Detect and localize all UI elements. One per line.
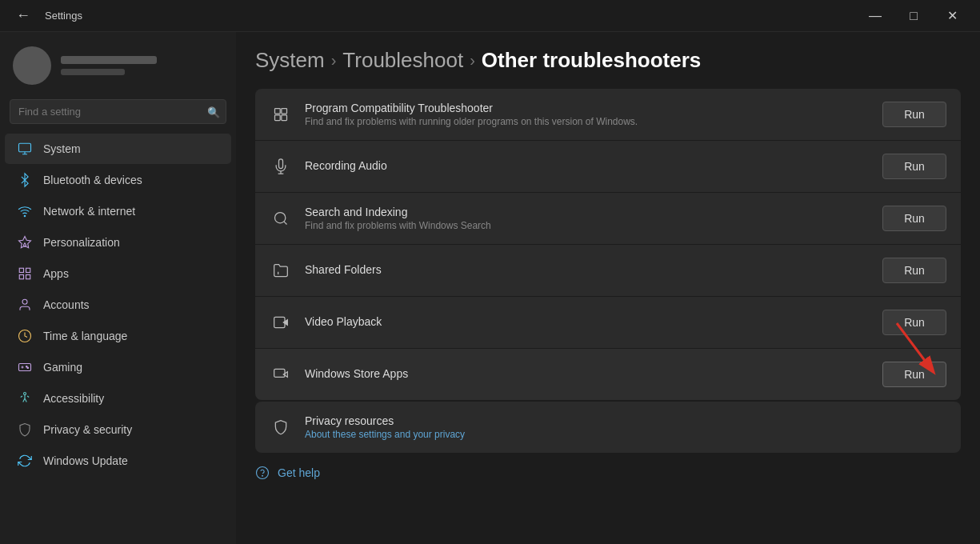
item-title-shared-folders: Shared Folders	[305, 263, 870, 276]
search-icon: 🔍	[207, 106, 220, 118]
search-box: 🔍	[10, 99, 226, 124]
video-icon	[270, 311, 292, 334]
content-inner: Program Compatibility Troubleshooter Fin…	[255, 89, 961, 480]
refresh-icon	[18, 454, 32, 468]
sidebar-label-bluetooth: Bluetooth & devices	[43, 174, 142, 186]
sidebar-label-time: Time & language	[43, 330, 127, 342]
item-title-privacy-resources: Privacy resources	[305, 414, 946, 427]
app-container: 🔍 System Bluetooth & devices Network & i…	[0, 32, 980, 544]
breadcrumb: System › Troubleshoot › Other troublesho…	[255, 32, 961, 89]
svg-rect-12	[275, 109, 281, 114]
sidebar-item-windowsupdate[interactable]: Windows Update	[5, 446, 231, 476]
mic-icon	[270, 155, 292, 178]
avatar	[13, 46, 51, 85]
run-button-windows-store[interactable]: Run	[882, 362, 946, 387]
run-button-video-playback[interactable]: Run	[882, 310, 946, 335]
maximize-button[interactable]: □	[895, 3, 932, 29]
help-icon	[255, 466, 270, 480]
get-help[interactable]: Get help	[255, 466, 961, 480]
sidebar-item-gaming[interactable]: Gaming	[5, 352, 231, 382]
breadcrumb-troubleshoot[interactable]: Troubleshoot	[342, 48, 463, 73]
sidebar-item-network[interactable]: Network & internet	[5, 196, 231, 226]
user-info	[61, 56, 157, 75]
sidebar-label-gaming: Gaming	[43, 361, 82, 374]
privacy-resources-link[interactable]: About these settings and your privacy	[305, 429, 946, 440]
run-button-shared-folders[interactable]: Run	[882, 258, 946, 283]
svg-point-11	[24, 393, 26, 395]
item-title-program-compat: Program Compatibility Troubleshooter	[305, 102, 870, 114]
main-content: System › Troubleshoot › Other troublesho…	[236, 32, 980, 544]
svg-marker-22	[283, 320, 287, 326]
svg-rect-8	[19, 364, 31, 371]
svg-marker-25	[283, 372, 287, 378]
user-icon	[18, 298, 32, 312]
item-text-search-indexing: Search and Indexing Find and fix problem…	[305, 206, 870, 231]
svg-point-10	[27, 367, 29, 369]
svg-rect-14	[275, 115, 281, 121]
sidebar-label-apps: Apps	[43, 267, 69, 280]
item-desc-program-compat: Find and fix problems with running older…	[305, 116, 870, 127]
troubleshooter-item-video-playback: Video Playback Run	[255, 297, 961, 349]
sidebar-item-bluetooth[interactable]: Bluetooth & devices	[5, 165, 231, 195]
sidebar-label-network: Network & internet	[43, 205, 135, 218]
app-icon	[270, 103, 292, 126]
search-input[interactable]	[10, 99, 226, 124]
titlebar: ← Settings — □ ✕	[0, 0, 980, 32]
svg-point-26	[257, 467, 269, 479]
sidebar-label-personalization: Personalization	[43, 236, 120, 249]
shield-small-icon	[270, 416, 292, 438]
svg-rect-24	[274, 369, 285, 377]
breadcrumb-current: Other troubleshooters	[482, 48, 701, 73]
brush-icon	[18, 235, 32, 250]
svg-rect-2	[19, 268, 23, 272]
sidebar-label-accessibility: Accessibility	[43, 392, 104, 405]
sidebar-label-accounts: Accounts	[43, 298, 90, 311]
item-title-search-indexing: Search and Indexing	[305, 206, 870, 218]
item-desc-search-indexing: Find and fix problems with Windows Searc…	[305, 220, 870, 231]
sidebar-item-accounts[interactable]: Accounts	[5, 290, 231, 320]
sidebar-item-time[interactable]: Time & language	[5, 321, 231, 351]
run-button-recording-audio[interactable]: Run	[882, 154, 946, 179]
svg-rect-5	[26, 275, 30, 279]
sidebar-item-accessibility[interactable]: Accessibility	[5, 383, 231, 414]
sidebar-item-apps[interactable]: Apps	[5, 258, 231, 289]
bluetooth-icon	[18, 173, 32, 187]
breadcrumb-sep2: ›	[470, 51, 475, 70]
back-button[interactable]: ←	[10, 4, 37, 27]
run-button-search-indexing[interactable]: Run	[882, 206, 946, 231]
svg-rect-4	[19, 275, 23, 279]
sidebar-label-system: System	[43, 142, 81, 155]
user-sub-placeholder	[61, 69, 125, 75]
troubleshooter-item-program-compat: Program Compatibility Troubleshooter Fin…	[255, 89, 961, 141]
svg-point-1	[24, 215, 26, 217]
sidebar-item-privacy[interactable]: Privacy & security	[5, 414, 231, 445]
sidebar-item-personalization[interactable]: Personalization	[5, 227, 231, 258]
troubleshooter-item-search-indexing: Search and Indexing Find and fix problem…	[255, 193, 961, 245]
minimize-button[interactable]: —	[857, 3, 894, 29]
store-icon	[270, 363, 292, 386]
grid-icon	[18, 266, 32, 281]
search-icon	[270, 207, 292, 230]
item-title-video-playback: Video Playback	[305, 315, 870, 328]
shield-icon	[18, 422, 32, 437]
item-text-video-playback: Video Playback	[305, 315, 870, 330]
svg-rect-15	[282, 115, 287, 121]
sidebar-item-system[interactable]: System	[5, 134, 231, 164]
troubleshooter-item-windows-store: Windows Store Apps Run	[255, 349, 961, 400]
svg-rect-0	[19, 143, 31, 152]
item-title-windows-store: Windows Store Apps	[305, 367, 870, 380]
run-button-program-compat[interactable]: Run	[882, 102, 946, 127]
breadcrumb-system[interactable]: System	[255, 48, 325, 73]
close-button[interactable]: ✕	[934, 3, 970, 29]
sidebar-label-windowsupdate: Windows Update	[43, 454, 128, 467]
item-text-recording-audio: Recording Audio	[305, 159, 870, 174]
svg-point-9	[26, 366, 28, 368]
privacy-resources-item: Privacy resources About these settings a…	[255, 402, 961, 453]
user-profile	[0, 38, 236, 96]
user-name-placeholder	[61, 56, 157, 64]
svg-line-19	[284, 222, 287, 225]
item-text-privacy-resources: Privacy resources About these settings a…	[305, 414, 946, 440]
sidebar: 🔍 System Bluetooth & devices Network & i…	[0, 32, 236, 544]
svg-point-18	[275, 213, 286, 223]
item-title-recording-audio: Recording Audio	[305, 159, 870, 172]
